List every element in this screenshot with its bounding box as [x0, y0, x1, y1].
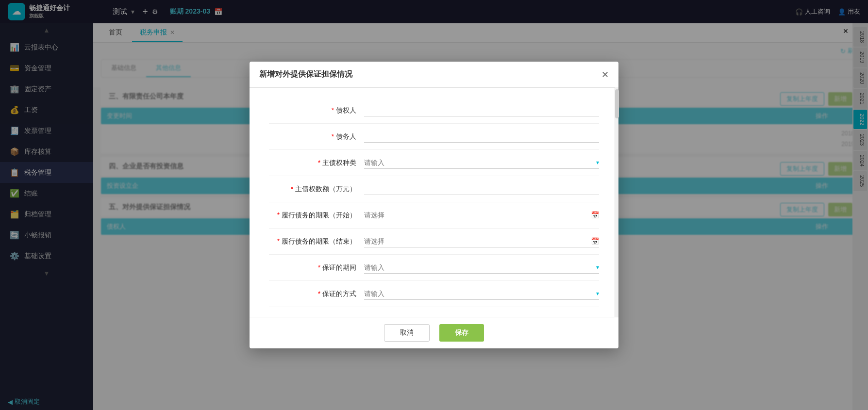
form-row-zhaiquanren: * 债权人	[269, 98, 599, 124]
modal-close-button[interactable]: ✕	[601, 70, 609, 79]
save-button[interactable]: 保存	[439, 324, 484, 342]
wrapper-lvxing-jieshu: 📅	[364, 235, 599, 247]
form-row-lvxing-jieshu: * 履行债务的期限（结束） 📅	[269, 229, 599, 255]
form-row-lvxing-kaishi: * 履行债务的期限（开始） 📅	[269, 202, 599, 229]
form-row-zhuzhaishenglei: * 主债权种类 ▾	[269, 150, 599, 176]
label-lvxing-kaishi: * 履行债务的期限（开始）	[269, 211, 356, 220]
wrapper-baozhengfangshi: ▾	[364, 288, 599, 300]
dropdown-arrow-baozhengfangshi[interactable]: ▾	[596, 290, 599, 297]
dropdown-arrow-zhuzhaishenglei[interactable]: ▾	[596, 159, 599, 166]
modal-body: * 债权人 * 债务人 * 主债权种类	[250, 88, 618, 317]
input-baozhengqijian[interactable]	[364, 262, 596, 273]
dropdown-arrow-baozhengqijian[interactable]: ▾	[596, 264, 599, 271]
input-zhaiwuren[interactable]	[364, 131, 599, 143]
label-zhaiwuren: * 债务人	[269, 132, 356, 141]
label-zhuzhaishengshue: * 主债权数额（万元）	[269, 185, 356, 194]
form-row-zhuzhaishengshue: * 主债权数额（万元）	[269, 176, 599, 202]
modal-header: 新增对外提供保证担保情况 ✕	[250, 62, 618, 88]
wrapper-zhuzhaishenglei: ▾	[364, 157, 599, 169]
modal: 新增对外提供保证担保情况 ✕ * 债权人 * 债务人	[250, 62, 618, 348]
label-lvxing-jieshu: * 履行债务的期限（结束）	[269, 237, 356, 246]
input-lvxing-jieshu[interactable]	[364, 235, 591, 247]
wrapper-baozhengqijian: ▾	[364, 262, 599, 274]
input-zhuzhaishengshue[interactable]	[364, 183, 599, 195]
modal-overlay: 新增对外提供保证担保情况 ✕ * 债权人 * 债务人	[0, 0, 868, 410]
cancel-button[interactable]: 取消	[384, 324, 430, 342]
modal-scrollbar-thumb[interactable]	[615, 89, 619, 118]
input-lvxing-kaishi[interactable]	[364, 209, 591, 221]
input-baozhengfangshi[interactable]	[364, 288, 596, 299]
form-row-baozhengfangshi: * 保证的方式 ▾	[269, 281, 599, 307]
input-zhuzhaishenglei[interactable]	[364, 157, 596, 168]
label-zhaiquanren: * 债权人	[269, 106, 356, 115]
modal-footer: 取消 保存	[250, 317, 618, 348]
form-row-zhaiwuren: * 债务人	[269, 124, 599, 150]
input-zhaiquanren[interactable]	[364, 104, 599, 116]
wrapper-lvxing-kaishi: 📅	[364, 209, 599, 221]
label-zhuzhaishenglei: * 主债权种类	[269, 159, 356, 167]
form-row-baozhengqijian: * 保证的期间 ▾	[269, 255, 599, 281]
calendar-icon-kaishi[interactable]: 📅	[591, 211, 599, 219]
label-baozhengqijian: * 保证的期间	[269, 263, 356, 272]
label-baozhengfangshi: * 保证的方式	[269, 290, 356, 298]
modal-title: 新增对外提供保证担保情况	[259, 69, 352, 80]
modal-scrollbar-track	[615, 87, 618, 317]
calendar-icon-jieshu[interactable]: 📅	[591, 237, 599, 245]
